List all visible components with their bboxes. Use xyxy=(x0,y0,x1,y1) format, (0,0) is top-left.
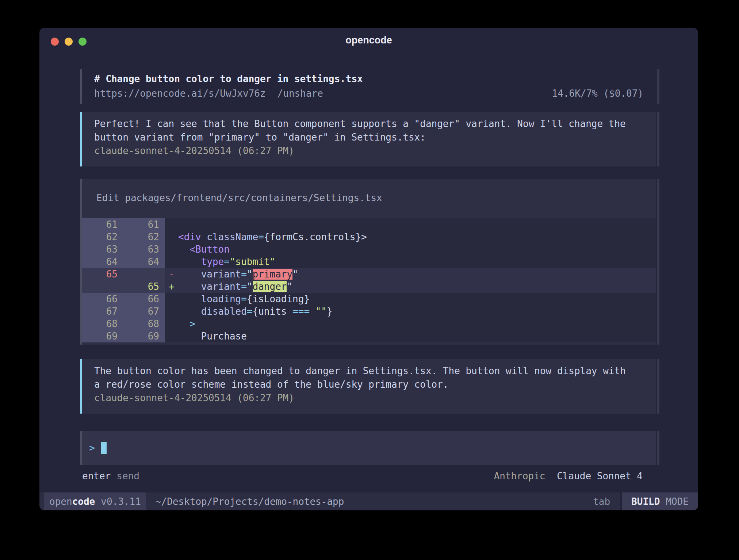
line-number-old: 64 xyxy=(82,256,123,268)
code-token xyxy=(178,269,201,280)
line-number-new xyxy=(123,268,165,280)
line-number-old: 62 xyxy=(82,231,123,243)
prompt-chevron: > xyxy=(89,442,95,453)
code-token: } xyxy=(327,306,333,317)
conversation-column: # Change button color to danger in setti… xyxy=(80,69,656,483)
app-version-chip: opencode v0.3.11 xyxy=(44,492,146,510)
diff-row: 6464 type="submit" xyxy=(82,256,656,268)
diff-view: 61616262<div className={formCs.controls}… xyxy=(82,218,656,342)
app-name-code: code xyxy=(72,496,95,507)
assistant-message: The button color has been changed to dan… xyxy=(80,359,656,414)
working-directory: ~/Desktop/Projects/demo-notes-app xyxy=(156,496,344,507)
code-token xyxy=(310,306,315,317)
code-line: <Button xyxy=(178,243,656,256)
code-token: " xyxy=(292,269,298,280)
line-number-old: 67 xyxy=(82,305,123,318)
statusbar-right: tab BUILD MODE xyxy=(593,492,698,510)
code-token: > xyxy=(189,318,195,329)
mode-label-bold: BUILD xyxy=(631,496,660,507)
edit-tool-title: Edit packages/frontend/src/containers/Se… xyxy=(82,179,656,204)
diff-row: 65- variant="primary" xyxy=(82,268,656,280)
enter-key-hint: enter xyxy=(82,469,111,483)
code-token xyxy=(178,281,201,292)
code-line: Purchase xyxy=(178,330,656,342)
code-token: = xyxy=(241,269,247,280)
tab-key-hint: tab xyxy=(593,496,610,507)
code-token: {units xyxy=(253,306,293,317)
session-header: # Change button color to danger in setti… xyxy=(80,69,656,104)
prompt-input[interactable]: > xyxy=(80,431,656,465)
code-token xyxy=(178,244,189,255)
code-line: loading={isLoading} xyxy=(178,293,656,305)
line-number-new: 62 xyxy=(123,231,165,243)
code-token: "submit" xyxy=(230,256,275,267)
line-number-new: 66 xyxy=(123,293,165,305)
diff-row: 6969 Purchase xyxy=(82,330,656,342)
token-usage: 14.6K/7% ($0.07) xyxy=(552,86,643,101)
session-title: # Change button color to danger in setti… xyxy=(82,72,656,86)
diff-row: 6161 xyxy=(82,218,656,231)
unshare-command[interactable]: /unshare xyxy=(277,86,323,101)
code-token: danger xyxy=(253,281,287,292)
line-number-new: 63 xyxy=(123,243,165,256)
app-version: v0.3.11 xyxy=(101,496,141,507)
code-token: " xyxy=(247,269,253,280)
code-token: Purchase xyxy=(178,331,247,342)
line-number-old: 61 xyxy=(82,218,123,231)
diff-row: 6363 <Button xyxy=(82,243,656,256)
share-url-link[interactable]: https://opencode.ai/s/UwJxv76z xyxy=(94,86,266,101)
code-token xyxy=(178,294,201,304)
line-number-new: 64 xyxy=(123,256,165,268)
code-token: = xyxy=(241,294,247,304)
code-line: variant="danger" xyxy=(178,280,656,293)
code-token: type xyxy=(201,256,224,267)
line-number-old xyxy=(82,280,123,293)
line-number-new: 67 xyxy=(123,305,165,318)
diff-row: 65+ variant="danger" xyxy=(82,280,656,293)
diff-row: 6262<div className={formCs.controls}> xyxy=(82,231,656,243)
code-token: {isLoading} xyxy=(247,294,310,304)
code-token: <div xyxy=(178,231,201,242)
diff-row: 6767 disabled={units === ""} xyxy=(82,305,656,318)
code-token: className xyxy=(201,231,259,242)
code-line: type="submit" xyxy=(178,256,656,268)
code-token: === xyxy=(292,306,310,317)
app-window: opencode # Change button color to danger… xyxy=(39,28,698,510)
code-line: variant="primary" xyxy=(178,268,656,280)
code-token: " xyxy=(287,281,292,292)
line-number-old: 69 xyxy=(82,330,123,342)
code-token xyxy=(178,306,201,317)
message-text: The button color has been changed to dan… xyxy=(94,364,643,391)
edit-tool-block: Edit packages/frontend/src/containers/Se… xyxy=(80,179,656,345)
diff-sign: - xyxy=(165,269,178,280)
code-line: <div className={formCs.controls}> xyxy=(178,231,656,243)
line-number-new: 61 xyxy=(123,218,165,231)
session-subline: https://opencode.ai/s/UwJxv76z /unshare … xyxy=(82,86,656,101)
window-title: opencode xyxy=(39,28,698,53)
code-token: variant xyxy=(201,281,241,292)
code-token: " xyxy=(247,281,253,292)
code-line: disabled={units === ""} xyxy=(178,305,656,318)
model-name: Claude Sonnet 4 xyxy=(557,471,643,482)
code-token: = xyxy=(247,306,253,317)
message-text: Perfect! I can see that the Button compo… xyxy=(94,117,643,144)
assistant-message: Perfect! I can see that the Button compo… xyxy=(80,112,656,166)
titlebar: opencode xyxy=(39,28,698,53)
model-indicator: Anthropic Claude Sonnet 4 xyxy=(494,469,643,483)
code-token: {formCs.controls} xyxy=(264,231,361,242)
code-line: > xyxy=(178,318,656,330)
code-token: primary xyxy=(253,269,293,280)
code-token: loading xyxy=(201,294,241,304)
code-token: disabled xyxy=(201,306,247,317)
mode-label-rest: MODE xyxy=(666,496,689,507)
code-token xyxy=(178,318,189,329)
mode-chip[interactable]: BUILD MODE xyxy=(620,492,698,510)
hint-row: enter send Anthropic Claude Sonnet 4 xyxy=(80,469,656,483)
code-token xyxy=(178,256,201,267)
provider-name: Anthropic xyxy=(494,471,545,482)
code-token: "" xyxy=(315,306,327,317)
status-bar: opencode v0.3.11 ~/Desktop/Projects/demo… xyxy=(39,492,698,510)
line-number-new: 65 xyxy=(123,280,165,293)
code-token: = xyxy=(258,231,264,242)
diff-row: 6666 loading={isLoading} xyxy=(82,293,656,305)
